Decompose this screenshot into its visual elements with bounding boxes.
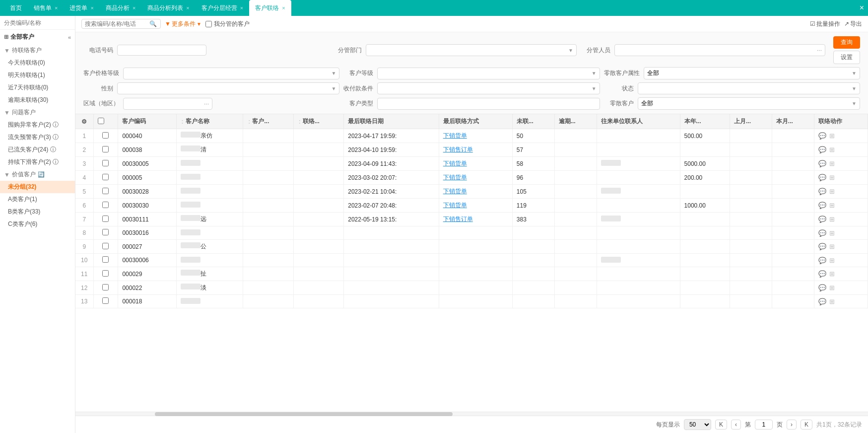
contact-more-icon[interactable]: ⊞ bbox=[829, 243, 835, 250]
sidebar-group-pending[interactable]: ▼ 待联络客户 bbox=[0, 44, 75, 57]
all-customers-header[interactable]: ⊞ 全部客户 « bbox=[0, 30, 75, 44]
row-checkbox[interactable] bbox=[102, 132, 109, 139]
contact-chat-icon[interactable]: 💬 bbox=[818, 174, 826, 181]
contact-more-icon[interactable]: ⊞ bbox=[829, 146, 835, 153]
row-checkbox[interactable] bbox=[102, 297, 109, 304]
contact-chat-icon[interactable]: 💬 bbox=[818, 160, 826, 167]
last-contact-way-link[interactable]: 下销货单 bbox=[443, 132, 467, 139]
row-checkbox[interactable] bbox=[102, 174, 109, 180]
sidebar-item-b-class[interactable]: B类客户(33) bbox=[0, 206, 75, 218]
nav-sales-close[interactable]: × bbox=[55, 5, 58, 11]
contact-more-icon[interactable]: ⊞ bbox=[829, 298, 835, 305]
manager-select[interactable]: ··· bbox=[614, 44, 825, 56]
nav-customer-contact[interactable]: 客户联络 × bbox=[249, 0, 291, 16]
first-page-button[interactable]: K bbox=[715, 420, 727, 430]
nav-customer-segment[interactable]: 客户分层经营 × bbox=[196, 0, 249, 16]
sidebar-item-churn-warn[interactable]: 流失预警客户(3) ⓘ bbox=[0, 131, 75, 144]
contact-more-icon[interactable]: ⊞ bbox=[829, 216, 835, 223]
nav-purchase-close[interactable]: × bbox=[90, 5, 93, 11]
customer-level-select[interactable]: ▼ bbox=[377, 68, 600, 79]
export-button[interactable]: ↗ 导出 bbox=[844, 20, 862, 28]
contact-chat-icon[interactable]: 💬 bbox=[818, 284, 826, 291]
nav-product-list-close[interactable]: × bbox=[186, 5, 189, 11]
sidebar-item-overdue[interactable]: 逾期未联络(30) bbox=[0, 94, 75, 106]
contact-chat-icon[interactable]: 💬 bbox=[818, 216, 826, 223]
last-contact-way-link[interactable]: 下销货单 bbox=[443, 160, 467, 167]
contact-chat-icon[interactable]: 💬 bbox=[818, 298, 826, 305]
last-contact-way-link[interactable]: 下销货单 bbox=[443, 202, 467, 209]
contact-chat-icon[interactable]: 💬 bbox=[818, 229, 826, 237]
gender-select[interactable]: ▼ bbox=[117, 82, 339, 94]
nav-home[interactable]: 首页 bbox=[4, 0, 28, 16]
sidebar-item-tomorrow[interactable]: 明天待联络(1) bbox=[0, 69, 75, 81]
row-checkbox[interactable] bbox=[102, 243, 109, 249]
nav-product-analysis-close[interactable]: × bbox=[133, 5, 135, 11]
search-icon[interactable]: 🔍 bbox=[149, 20, 157, 27]
price-level-select[interactable]: ▼ bbox=[123, 68, 339, 79]
row-checkbox[interactable] bbox=[102, 270, 109, 277]
reset-button[interactable]: 设置 bbox=[833, 51, 860, 64]
contact-chat-icon[interactable]: 💬 bbox=[818, 132, 826, 140]
select-all-checkbox[interactable] bbox=[98, 118, 104, 124]
col-gear[interactable]: ⚙ bbox=[75, 114, 93, 129]
sidebar-item-c-class[interactable]: C类客户(6) bbox=[0, 218, 75, 230]
nav-product-list[interactable]: 商品分析列表 × bbox=[141, 0, 195, 16]
row-checkbox[interactable] bbox=[102, 160, 109, 166]
contact-more-icon[interactable]: ⊞ bbox=[829, 257, 835, 264]
contact-chat-icon[interactable]: 💬 bbox=[818, 146, 826, 153]
payment-select[interactable]: ▼ bbox=[377, 82, 600, 94]
sidebar-group-value[interactable]: ▼ 价值客户 🔄 bbox=[0, 168, 75, 181]
contact-chat-icon[interactable]: 💬 bbox=[818, 202, 826, 209]
per-page-select[interactable]: 50 20 100 bbox=[684, 419, 711, 430]
search-input[interactable] bbox=[85, 20, 149, 27]
row-checkbox[interactable] bbox=[102, 229, 109, 235]
sidebar-item-churned[interactable]: 已流失客户(24) ⓘ bbox=[0, 144, 75, 156]
row-checkbox[interactable] bbox=[102, 202, 109, 208]
sidebar-item-declining[interactable]: 持续下滑客户(2) ⓘ bbox=[0, 156, 75, 168]
sidebar-item-7days[interactable]: 近7天待联络(0) bbox=[0, 81, 75, 94]
contact-more-icon[interactable]: ⊞ bbox=[829, 270, 835, 278]
collapse-icon[interactable]: « bbox=[68, 34, 71, 40]
last-page-button[interactable]: K bbox=[801, 420, 812, 430]
more-filter-button[interactable]: ▼ 更多条件 ▼ bbox=[165, 20, 201, 28]
zero-customer-select[interactable]: 全部 ▼ bbox=[638, 97, 860, 110]
prev-page-button[interactable]: ‹ bbox=[731, 420, 741, 430]
contact-more-icon[interactable]: ⊞ bbox=[829, 132, 835, 140]
nav-purchase[interactable]: 进货单 × bbox=[64, 0, 99, 16]
zero-attr-select[interactable]: 全部 ▼ bbox=[644, 67, 860, 79]
region-select[interactable]: ··· bbox=[123, 98, 212, 110]
row-checkbox[interactable] bbox=[102, 188, 109, 194]
row-checkbox[interactable] bbox=[102, 146, 109, 152]
contact-more-icon[interactable]: ⊞ bbox=[829, 202, 835, 209]
nav-product-analysis[interactable]: 商品分析 × bbox=[100, 0, 141, 16]
last-contact-way-link[interactable]: 下销货单 bbox=[443, 188, 467, 195]
sidebar-item-a-class[interactable]: A类客户(1) bbox=[0, 193, 75, 206]
nav-customer-contact-close[interactable]: × bbox=[282, 5, 285, 11]
batch-ops-button[interactable]: ☑ 批量操作 bbox=[810, 20, 840, 28]
contact-chat-icon[interactable]: 💬 bbox=[818, 243, 826, 250]
contact-more-icon[interactable]: ⊞ bbox=[829, 284, 835, 291]
sidebar-search-input[interactable] bbox=[4, 19, 75, 26]
last-contact-way-link[interactable]: 下销售订单 bbox=[443, 146, 473, 153]
horizontal-scrollbar[interactable] bbox=[75, 412, 868, 416]
status-select[interactable]: ▼ bbox=[638, 82, 860, 94]
customer-type-select[interactable] bbox=[377, 98, 600, 110]
next-page-button[interactable]: › bbox=[787, 420, 797, 430]
phone-input[interactable] bbox=[117, 45, 206, 56]
last-contact-way-link[interactable]: 下销售订单 bbox=[443, 216, 473, 222]
sidebar-item-today[interactable]: 今天待联络(0) bbox=[0, 57, 75, 69]
contact-more-icon[interactable]: ⊞ bbox=[829, 229, 835, 237]
nav-sales[interactable]: 销售单 × bbox=[28, 0, 64, 16]
page-input[interactable] bbox=[755, 420, 773, 430]
my-customers-checkbox-wrapper[interactable]: 我分管的客户 bbox=[205, 20, 250, 28]
nav-customer-segment-close[interactable]: × bbox=[240, 5, 243, 11]
row-checkbox[interactable] bbox=[102, 256, 109, 263]
contact-chat-icon[interactable]: 💬 bbox=[818, 188, 826, 195]
contact-more-icon[interactable]: ⊞ bbox=[829, 188, 835, 195]
row-checkbox[interactable] bbox=[102, 284, 109, 290]
row-checkbox[interactable] bbox=[102, 216, 109, 222]
my-customers-checkbox[interactable] bbox=[205, 21, 212, 27]
query-button[interactable]: 查询 bbox=[833, 36, 860, 49]
contact-more-icon[interactable]: ⊞ bbox=[829, 174, 835, 181]
sidebar-group-problem[interactable]: ▼ 问题客户 bbox=[0, 106, 75, 119]
